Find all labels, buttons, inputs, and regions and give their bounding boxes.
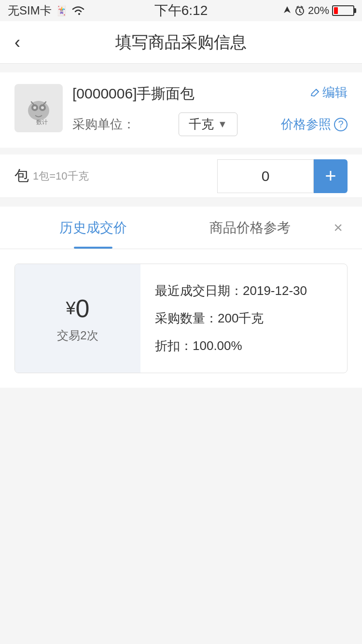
price-ref-button[interactable]: 价格参照 ? bbox=[281, 116, 348, 133]
status-right: 20% bbox=[283, 4, 354, 17]
recent-date-row: 最近成交日期：2019-12-30 bbox=[155, 281, 333, 300]
svg-line-2 bbox=[300, 12, 301, 13]
alarm-icon bbox=[294, 5, 305, 16]
nav-bar: ‹ 填写商品采购信息 bbox=[0, 21, 362, 64]
svg-point-9 bbox=[41, 106, 44, 109]
history-content: ¥0 交易2次 最近成交日期：2019-12-30 采购数量：200千克 折扣：… bbox=[0, 249, 362, 388]
main-content-area bbox=[0, 388, 362, 644]
quantity-detail-row: 采购数量：200千克 bbox=[155, 309, 333, 328]
battery-fill bbox=[334, 7, 338, 14]
carrier-text: 无SIM卡 bbox=[8, 3, 52, 18]
sim-icon: 🃏 bbox=[56, 5, 68, 16]
quantity-unit-label: 包 bbox=[14, 166, 29, 186]
quantity-input[interactable] bbox=[217, 159, 314, 193]
quantity-hint: 1包=10千克 bbox=[33, 169, 89, 183]
tab-history-price[interactable]: 历史成交价 bbox=[14, 207, 172, 249]
quantity-row: 包 1包=10千克 + bbox=[0, 154, 362, 198]
recent-date-value: 2019-12-30 bbox=[243, 283, 307, 298]
tab-product-price-ref[interactable]: 商品价格参考 bbox=[172, 207, 329, 249]
svg-point-8 bbox=[33, 106, 36, 109]
location-icon bbox=[283, 5, 292, 16]
recent-date-label: 最近成交日期： bbox=[155, 283, 243, 298]
price-ref-label: 价格参照 bbox=[281, 116, 331, 133]
history-price-section: ¥0 交易2次 bbox=[15, 264, 140, 373]
purchase-unit-label: 采购单位： bbox=[72, 116, 135, 133]
page-title: 填写商品采购信息 bbox=[115, 31, 247, 54]
discount-row: 折扣：100.00% bbox=[155, 336, 333, 355]
tabs-container: 历史成交价 商品价格参考 × ¥0 交易2次 最近成交日期：2019-12-30… bbox=[0, 207, 362, 388]
quantity-detail-value: 200千克 bbox=[218, 311, 264, 325]
product-thumbnail: 数计 bbox=[14, 84, 63, 132]
battery-icon bbox=[332, 5, 354, 16]
unit-value: 千克 bbox=[189, 116, 214, 133]
product-card: 数计 [0000006]手撕面包 编辑 采购单位： 千克 ▼ bbox=[0, 72, 362, 148]
quantity-controls: + bbox=[217, 159, 348, 193]
tab-active-indicator bbox=[74, 247, 112, 249]
tab-history-label: 历史成交价 bbox=[59, 219, 127, 237]
history-detail-section: 最近成交日期：2019-12-30 采购数量：200千克 折扣：100.00% bbox=[140, 264, 347, 373]
currency-symbol: ¥ bbox=[66, 298, 76, 318]
tab-price-ref-label: 商品价格参考 bbox=[209, 219, 291, 237]
history-card: ¥0 交易2次 最近成交日期：2019-12-30 采购数量：200千克 折扣：… bbox=[14, 264, 348, 373]
status-bar: 无SIM卡 🃏 下午6:12 20% bbox=[0, 0, 362, 21]
tabs-close-button[interactable]: × bbox=[329, 219, 348, 237]
unit-select[interactable]: 千克 ▼ bbox=[179, 112, 237, 136]
trade-count: 交易2次 bbox=[57, 328, 98, 343]
unit-dropdown-arrow: ▼ bbox=[218, 119, 227, 130]
history-price-display: ¥0 bbox=[66, 294, 90, 323]
tabs-header: 历史成交价 商品价格参考 × bbox=[0, 207, 362, 249]
status-left: 无SIM卡 🃏 bbox=[8, 3, 85, 18]
product-info: [0000006]手撕面包 编辑 采购单位： 千克 ▼ 价格参照 ? bbox=[72, 84, 348, 136]
battery-percent: 20% bbox=[308, 4, 329, 17]
quantity-plus-button[interactable]: + bbox=[314, 159, 348, 193]
edit-icon bbox=[310, 87, 320, 98]
edit-button[interactable]: 编辑 bbox=[310, 84, 348, 101]
price-ref-help-icon: ? bbox=[334, 118, 348, 131]
discount-value: 100.00% bbox=[193, 338, 242, 353]
discount-label: 折扣： bbox=[155, 338, 193, 353]
back-button[interactable]: ‹ bbox=[14, 32, 20, 53]
quantity-detail-label: 采购数量： bbox=[155, 311, 218, 325]
product-name: [0000006]手撕面包 bbox=[72, 84, 195, 104]
price-amount: 0 bbox=[76, 294, 90, 322]
status-time: 下午6:12 bbox=[154, 1, 208, 20]
product-logo: 数计 bbox=[22, 91, 56, 125]
svg-text:数计: 数计 bbox=[36, 119, 48, 125]
wifi-icon bbox=[71, 5, 85, 16]
